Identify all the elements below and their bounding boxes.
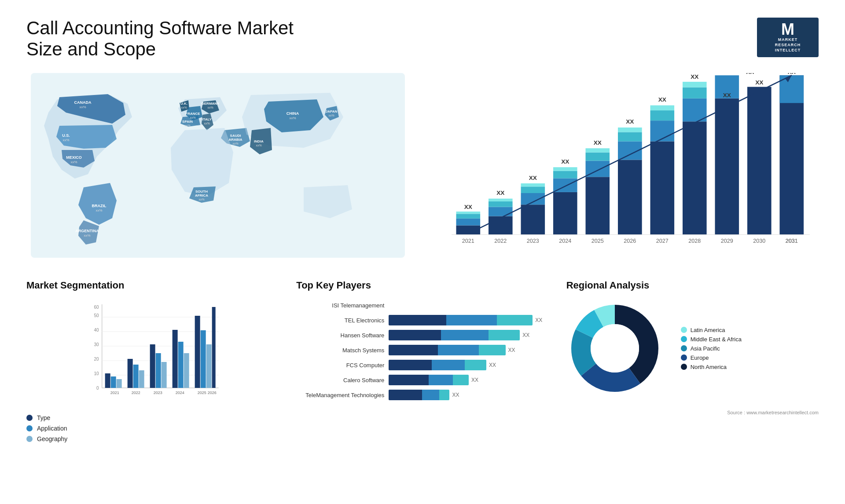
- svg-rect-54: [553, 167, 577, 171]
- svg-text:ARABIA: ARABIA: [228, 138, 242, 142]
- svg-rect-40: [489, 207, 513, 216]
- player-row: TeleManagement Technologies XX: [296, 390, 548, 400]
- svg-text:2021: 2021: [462, 238, 474, 244]
- svg-rect-115: [128, 359, 133, 388]
- svg-text:xx%: xx%: [232, 142, 238, 145]
- player-bar: [389, 360, 486, 370]
- bar-segment-light: [497, 315, 533, 325]
- svg-rect-128: [201, 330, 206, 388]
- player-value: XX: [489, 362, 496, 368]
- svg-text:XX: XX: [788, 73, 796, 75]
- svg-rect-121: [162, 362, 167, 388]
- svg-rect-48: [521, 183, 545, 186]
- svg-text:2027: 2027: [656, 238, 669, 244]
- svg-rect-35: [456, 214, 481, 219]
- bar-segment-light: [489, 330, 520, 340]
- svg-text:xx%: xx%: [204, 122, 209, 125]
- svg-rect-75: [683, 121, 707, 234]
- bar-segment-light: [453, 375, 469, 385]
- legend-dot-geography: [26, 436, 33, 442]
- label-latin-america: Latin America: [691, 327, 725, 333]
- svg-rect-124: [178, 342, 184, 388]
- player-name: Calero Software: [296, 377, 384, 383]
- donut-chart: [566, 300, 663, 397]
- svg-text:XX: XX: [746, 73, 754, 75]
- svg-text:2028: 2028: [688, 238, 701, 244]
- svg-text:2021: 2021: [110, 391, 119, 395]
- svg-rect-116: [133, 365, 139, 388]
- svg-text:XX: XX: [723, 92, 731, 99]
- dot-middle-east: [681, 336, 687, 342]
- svg-text:XX: XX: [561, 158, 569, 165]
- svg-text:XX: XX: [464, 204, 472, 210]
- svg-text:XX: XX: [594, 139, 602, 146]
- logo-text: MARKETRESEARCHINTELLECT: [775, 37, 801, 53]
- legend-middle-east: Middle East & Africa: [681, 336, 742, 343]
- legend-north-america: North America: [681, 364, 742, 370]
- bar-segment-mid: [429, 375, 452, 385]
- svg-text:2025: 2025: [198, 391, 206, 395]
- svg-rect-119: [150, 344, 155, 388]
- svg-text:GERMANY: GERMANY: [202, 102, 220, 106]
- label-middle-east: Middle East & Africa: [691, 336, 742, 343]
- source-text: Source : www.marketresearchintellect.com: [566, 410, 819, 415]
- svg-rect-120: [156, 353, 161, 388]
- svg-rect-41: [489, 201, 513, 207]
- player-name: FCS Computer: [296, 362, 384, 369]
- svg-text:U.K.: U.K.: [180, 102, 187, 106]
- svg-rect-113: [117, 379, 122, 388]
- svg-text:XX: XX: [691, 73, 698, 80]
- svg-rect-46: [521, 193, 545, 205]
- svg-rect-117: [139, 370, 144, 388]
- svg-text:XX: XX: [529, 175, 537, 181]
- svg-text:U.S.: U.S.: [62, 133, 70, 138]
- page-title: Call Accounting Software Market Size and…: [26, 18, 334, 60]
- svg-rect-123: [173, 330, 178, 388]
- svg-rect-69: [650, 141, 675, 234]
- bar-segment-dark: [389, 345, 437, 355]
- svg-text:ITALY: ITALY: [202, 117, 212, 121]
- legend-dot-application: [26, 425, 33, 431]
- player-row: Matsch Systems XX: [296, 345, 548, 355]
- player-value: XX: [508, 347, 515, 353]
- label-europe: Europe: [691, 354, 709, 361]
- bar-segment-mid: [446, 315, 496, 325]
- player-bar-wrap: XX: [389, 330, 548, 340]
- svg-text:2025: 2025: [592, 238, 604, 244]
- player-bar: [389, 345, 505, 355]
- player-name: ISI Telemanagement: [296, 302, 384, 309]
- svg-rect-131: [212, 307, 216, 388]
- player-name: TeleManagement Technologies: [296, 392, 384, 398]
- svg-text:SOUTH: SOUTH: [195, 190, 208, 194]
- svg-text:2026: 2026: [208, 391, 217, 395]
- svg-rect-39: [489, 216, 513, 235]
- svg-text:xx%: xx%: [328, 114, 334, 117]
- bar-segment-mid: [438, 345, 479, 355]
- key-players-section: Top Key Players ISI Telemanagement TEL E…: [296, 280, 548, 442]
- key-players-title: Top Key Players: [296, 280, 548, 291]
- player-value: XX: [471, 377, 478, 383]
- player-bar-wrap: XX: [389, 315, 548, 325]
- svg-text:xx%: xx%: [256, 144, 261, 147]
- svg-text:ARGENTINA: ARGENTINA: [75, 229, 99, 233]
- top-row: CANADA xx% U.S. xx% MEXICO xx% BRAZIL xx…: [26, 73, 819, 275]
- dot-asia-pacific: [681, 345, 687, 351]
- svg-point-138: [591, 324, 639, 373]
- bar-segment-dark: [389, 375, 429, 385]
- label-asia-pacific: Asia Pacific: [691, 345, 720, 352]
- svg-text:xx%: xx%: [289, 116, 296, 120]
- svg-rect-85: [747, 87, 772, 235]
- bar-segment-light: [465, 360, 486, 370]
- svg-text:xx%: xx%: [184, 124, 190, 127]
- svg-text:2029: 2029: [721, 238, 733, 244]
- svg-text:60: 60: [94, 305, 99, 310]
- svg-text:FRANCE: FRANCE: [185, 112, 200, 116]
- player-value: XX: [522, 332, 529, 338]
- svg-rect-112: [111, 376, 116, 388]
- player-bar-wrap: XX: [389, 345, 548, 355]
- svg-rect-42: [489, 199, 513, 201]
- legend-application: Application: [26, 425, 279, 432]
- svg-text:xx%: xx%: [70, 160, 77, 164]
- bar-segment-mid: [422, 390, 439, 400]
- bar-segment-dark: [389, 390, 422, 400]
